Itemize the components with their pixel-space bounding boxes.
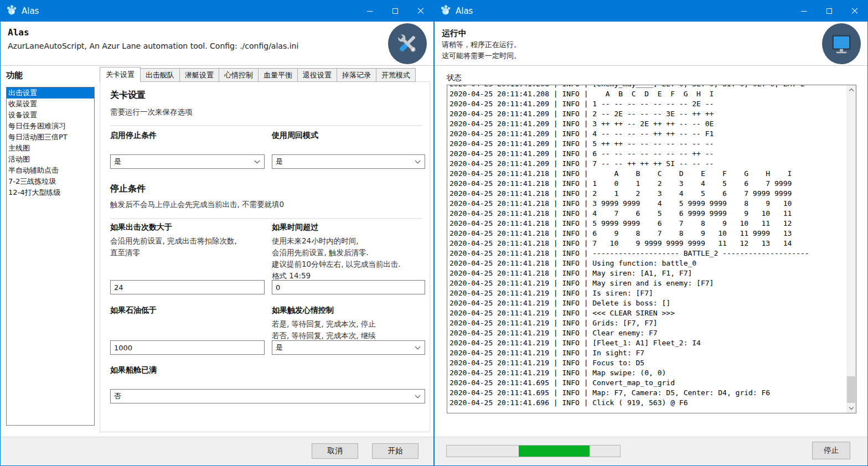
log-box[interactable]: 2020-04-25 20:11:41.208 | INFO | [enemy_… — [447, 85, 856, 413]
monitor-icon — [822, 23, 861, 64]
loop-mode-select[interactable]: 是 — [272, 154, 425, 169]
sidebar-item[interactable]: 半自动辅助点击 — [7, 165, 94, 176]
tab[interactable]: 开荒模式 — [376, 68, 416, 82]
maximize-button[interactable] — [383, 1, 408, 22]
tab-panel: 关卡设置 需要运行一次来保存选项 启用停止条件 使用周回模式 是 是 停止条件 … — [100, 81, 430, 432]
sidebar-item[interactable]: 12-4打大型练级 — [7, 187, 94, 198]
chevron-down-icon — [415, 158, 421, 164]
left-app-header: Alas AzurLaneAutoScript, An Azur Lane au… — [1, 22, 433, 66]
running-status-title: 运行中 — [442, 27, 867, 39]
log-line: 2020-04-25 20:11:41.209 | INFO | 1 -- --… — [450, 99, 846, 109]
log-line: 2020-04-25 20:11:41.218 | INFO | 3 9999 … — [450, 199, 846, 209]
log-line: 2020-04-25 20:11:41.218 | INFO | May sir… — [450, 268, 846, 278]
time-exceed-input[interactable] — [272, 280, 425, 294]
sidebar-item[interactable]: 7-2三战拣垃圾 — [7, 176, 94, 187]
tab[interactable]: 心情控制 — [219, 68, 259, 82]
log-line: 2020-04-25 20:11:41.218 | INFO | Using f… — [450, 258, 846, 268]
sidebar-item[interactable]: 主线图 — [7, 143, 94, 154]
right-titlebar[interactable]: Alas — [435, 1, 867, 22]
app-title: Alas — [8, 27, 433, 38]
right-window: Alas 运行中 请稍等，程序正在运行。 这可能将需要一定时间。 状态 — [434, 0, 868, 466]
enable-stop-select[interactable]: 是 — [110, 154, 265, 169]
log-line: 2020-04-25 20:11:41.218 | INFO | 7 10 9 … — [450, 239, 846, 248]
scroll-down-button[interactable] — [846, 403, 856, 413]
running-status-line1: 请稍等，程序正在运行。 — [442, 39, 867, 50]
start-button[interactable]: 开始 — [372, 443, 418, 459]
function-list[interactable]: 出击设置收菜设置设备设置每日任务困难演习每日活动图三倍PT主线图活动图半自动辅助… — [6, 87, 95, 426]
desc-emotion-trigger: 若是, 等待回复, 完成本次, 停止 若否, 等待回复, 完成本次, 继续 — [272, 318, 425, 341]
emotion-trigger-value: 是 — [276, 343, 416, 353]
log-line: 2020-04-25 20:11:41.219 | INFO | Delete … — [450, 298, 846, 308]
sidebar-item[interactable]: 出击设置 — [7, 87, 94, 99]
log-line: 2020-04-25 20:11:41.209 | INFO | 7 -- --… — [450, 159, 846, 169]
log-line: 2020-04-25 20:11:41.219 | INFO | [Fleet_… — [450, 338, 846, 348]
log-lines: 2020-04-25 20:11:41.208 | INFO | [enemy_… — [450, 85, 846, 408]
label-time-exceed: 如果时间超过 — [272, 222, 425, 232]
chevron-down-icon — [849, 405, 853, 410]
right-footer: 停止 — [435, 437, 867, 465]
log-line: 2020-04-25 20:11:41.218 | INFO | 1 0 1 2… — [450, 179, 846, 189]
minimize-button[interactable] — [791, 1, 817, 22]
chevron-down-icon — [255, 158, 260, 164]
right-app-header: 运行中 请稍等，程序正在运行。 这可能将需要一定时间。 — [435, 22, 867, 66]
tab[interactable]: 血量平衡 — [259, 68, 298, 82]
log-scrollbar[interactable] — [846, 85, 856, 413]
minimize-icon — [367, 11, 373, 12]
scroll-up-button[interactable] — [846, 85, 856, 95]
maximize-icon — [392, 8, 398, 14]
log-line: 2020-04-25 20:11:41.696 | INFO | Click (… — [450, 398, 846, 408]
minimize-button[interactable] — [357, 1, 383, 22]
loop-mode-value: 是 — [276, 157, 416, 167]
close-icon — [851, 8, 858, 14]
stage: Alas Alas AzurLaneAutoScript, An Azur La… — [0, 0, 868, 466]
label-oil-below: 如果石油低于 — [110, 306, 265, 315]
tab[interactable]: 潜艇设置 — [180, 68, 219, 82]
right-body: 状态 2020-04-25 20:11:41.208 | INFO | [ene… — [435, 66, 867, 437]
scrollbar-thumb[interactable] — [847, 376, 855, 403]
desc-sortie-count: 会沿用先前设置, 完成出击将扣除次数, 直至清零 — [110, 235, 265, 258]
tab[interactable]: 掉落记录 — [337, 68, 376, 82]
section-title-stop: 停止条件 — [110, 183, 146, 195]
section-desc-stop: 触发后不会马上停止会先完成当前出击, 不需要就填0 — [110, 200, 284, 210]
sidebar-item[interactable]: 活动图 — [7, 154, 94, 165]
sortie-count-input[interactable] — [110, 280, 265, 294]
sidebar-item[interactable]: 设备设置 — [7, 110, 94, 121]
log-line: 2020-04-25 20:11:41.209 | INFO | 3 ++ ++… — [450, 119, 846, 129]
sidebar-item[interactable]: 每日活动图三倍PT — [7, 132, 94, 143]
close-button[interactable] — [408, 1, 433, 22]
chevron-up-icon — [849, 89, 853, 93]
sidebar-item[interactable]: 每日任务困难演习 — [7, 121, 94, 132]
log-line: 2020-04-25 20:11:41.218 | INFO | 2 1 2 3… — [450, 189, 846, 199]
tab[interactable]: 退役设置 — [298, 68, 337, 82]
log-line: 2020-04-25 20:11:41.208 | INFO | [enemy_… — [450, 85, 846, 89]
right-window-title: Alas — [456, 6, 473, 16]
left-titlebar[interactable]: Alas — [1, 1, 433, 22]
sidebar-item[interactable]: 收菜设置 — [7, 99, 94, 110]
log-line: 2020-04-25 20:11:41.219 | INFO | Is sire… — [450, 288, 846, 298]
app-subtitle: AzurLaneAutoScript, An Azur Lane automat… — [8, 42, 433, 50]
oil-below-input[interactable] — [110, 340, 265, 355]
tab[interactable]: 关卡设置 — [100, 67, 141, 82]
left-window: Alas Alas AzurLaneAutoScript, An Azur La… — [0, 0, 434, 466]
log-line: 2020-04-25 20:11:41.695 | INFO | Convert… — [450, 378, 846, 388]
alas-paw-icon — [6, 4, 17, 18]
maximize-button[interactable] — [817, 1, 842, 22]
dock-full-select[interactable]: 否 — [110, 389, 425, 403]
log-line: 2020-04-25 20:11:41.209 | INFO | 4 -- --… — [450, 129, 846, 139]
cancel-button[interactable]: 取消 — [312, 443, 358, 459]
log-line: 2020-04-25 20:11:41.218 | INFO | A B C D… — [450, 169, 846, 179]
left-body: 功能 出击设置收菜设置设备设置每日任务困难演习每日活动图三倍PT主线图活动图半自… — [1, 66, 433, 437]
progress-chunk — [519, 446, 590, 457]
label-emotion-trigger: 如果触发心情控制 — [272, 306, 425, 315]
log-line: 2020-04-25 20:11:41.219 | INFO | Clear e… — [450, 328, 846, 338]
alas-paw-icon — [440, 4, 451, 18]
close-button[interactable] — [842, 1, 867, 22]
tab[interactable]: 出击舰队 — [141, 68, 180, 82]
log-line: 2020-04-25 20:11:41.219 | INFO | Focus t… — [450, 358, 846, 368]
left-footer: 取消 开始 — [1, 437, 433, 465]
stop-button[interactable]: 停止 — [812, 442, 850, 459]
emotion-trigger-select[interactable]: 是 — [272, 340, 425, 355]
tab-bar: 关卡设置出击舰队潜艇设置心情控制血量平衡退役设置掉落记录开荒模式 — [100, 68, 416, 82]
log-line: 2020-04-25 20:11:41.209 | INFO | 2 -- 2E… — [450, 109, 846, 119]
log-line: 2020-04-25 20:11:41.218 | INFO | 5 9999 … — [450, 219, 846, 229]
